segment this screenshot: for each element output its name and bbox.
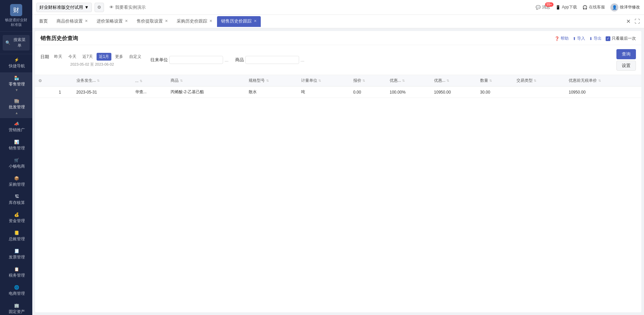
sidebar-item-finance[interactable]: 💰 资金管理 — [0, 209, 32, 227]
close-icon[interactable]: ✕ — [254, 19, 257, 23]
date-last7-btn[interactable]: 近7天 — [80, 53, 95, 61]
sidebar-item-general-ledger[interactable]: 📒 总账管理 — [0, 227, 32, 245]
sort-icon: ⇅ — [318, 79, 321, 82]
export-button[interactable]: ⬇ 导出 — [589, 36, 602, 41]
th-product[interactable]: 商品 ⇅ — [167, 75, 245, 86]
avatar: 👤 — [610, 3, 618, 11]
sidebar-item-purchase-label: 采购管理 — [9, 182, 25, 187]
sidebar-item-sales-label: 销售管理 — [9, 145, 25, 151]
th-extra[interactable]: ... ⇅ — [132, 75, 168, 86]
th-quote[interactable]: 报价 ⇅ — [350, 75, 386, 86]
import-button[interactable]: ⬆ 导入 — [573, 36, 585, 41]
sidebar-item-invoice[interactable]: 🧾 发票管理 — [0, 245, 32, 264]
close-icon[interactable]: ✕ — [209, 19, 212, 23]
sidebar-item-wholesale[interactable]: 🏬 批发管理 ▲ — [0, 95, 32, 118]
sidebar-item-quick-nav[interactable]: ⚡ 快捷导航 — [0, 54, 32, 72]
close-icon[interactable]: ✕ — [165, 19, 168, 23]
edition-selector[interactable]: 好业财标准版交付试用 ▼ — [36, 3, 92, 12]
date-more-btn[interactable]: 更多 — [113, 53, 126, 61]
messages-button[interactable]: 💬 消息 99+ — [536, 4, 550, 10]
close-icon[interactable]: ✕ — [85, 19, 88, 23]
th-unit[interactable]: 计量单位 ⇅ — [298, 75, 350, 86]
date-last1month-btn[interactable]: 近1月 — [97, 53, 112, 61]
sidebar-item-inventory-label: 库存核算 — [9, 200, 25, 206]
question-icon: ❓ — [554, 36, 560, 41]
only-last-checkbox[interactable]: ✓ 只看最后一次 — [606, 36, 636, 41]
quick-nav-label: 快捷导航 — [9, 63, 25, 69]
wholesale-icon: 🏬 — [14, 99, 19, 103]
th-discount1[interactable]: 优惠... ⇅ — [386, 75, 431, 86]
date-filter-group: 日期 昨天 今天 近7天 近1月 更多 自定义 — [40, 53, 144, 61]
th-quantity[interactable]: 数量 ⇅ — [477, 75, 513, 86]
config-button[interactable]: ⚙ — [95, 3, 104, 12]
th-pre-tax-price[interactable]: 优惠前无税单价 ⇅ — [565, 75, 641, 86]
phone-icon: 📱 — [556, 5, 561, 10]
th-business-date[interactable]: 业务发生... ⇅ — [73, 75, 132, 86]
sort-icon: ⇅ — [534, 79, 536, 82]
th-gear[interactable]: ⚙ — [35, 75, 56, 86]
sidebar-item-ecommerce-small[interactable]: 🛒 小畅电商 — [0, 154, 32, 173]
product-input[interactable] — [245, 56, 299, 64]
date-filter-label: 日期 — [40, 54, 49, 60]
tab-home-label: 首页 — [39, 18, 48, 24]
logo-text: 畅捷通好业财标准版 — [5, 18, 27, 27]
sidebar-item-ecommerce-label: 电商管理 — [9, 291, 25, 296]
date-today-btn[interactable]: 今天 — [66, 53, 79, 61]
help-button[interactable]: ❓ 帮助 — [554, 36, 569, 41]
td-discount2: 10950.00 — [431, 86, 477, 98]
user-profile[interactable]: 👤 徐泽华修改 — [610, 3, 640, 11]
sidebar-item-tax-label: 税务管理 — [9, 273, 25, 278]
chevron-down-icon: ▼ — [15, 88, 19, 92]
close-icon[interactable]: ✕ — [125, 19, 128, 23]
sidebar-item-wholesale-label: 批发管理 — [9, 104, 25, 110]
th-transaction-type[interactable]: 交易类型 ⇅ — [513, 75, 565, 86]
sort-icon: ⇅ — [140, 79, 142, 83]
th-seq — [56, 75, 73, 86]
table-header-row: ⚙ 业务发生... ⇅ ... ⇅ 商品 ⇅ — [35, 75, 641, 86]
maximize-button[interactable]: ⛶ — [633, 17, 641, 26]
th-discount2[interactable]: 优惠... ⇅ — [431, 75, 477, 86]
online-service-label: 在线客服 — [589, 4, 605, 10]
th-transaction-type-label: 交易类型 — [516, 78, 533, 83]
headset-icon: 🎧 — [582, 5, 587, 10]
sidebar-item-retail-label: 零售管理 — [9, 81, 25, 87]
tab-purchase-history[interactable]: 采购历史价跟踪 ✕ — [173, 16, 216, 27]
th-quantity-label: 数量 — [480, 78, 488, 83]
th-spec[interactable]: 规格型号 ⇅ — [245, 75, 297, 86]
date-yesterday-btn[interactable]: 昨天 — [52, 53, 65, 61]
tab-price-setting[interactable]: 商品价格设置 ✕ — [52, 16, 92, 27]
source-unit-input[interactable] — [169, 56, 223, 64]
source-unit-filter: 往来单位 ... — [150, 56, 228, 64]
td-gear — [35, 86, 56, 98]
sidebar-item-marketing[interactable]: 📣 营销推广 — [0, 118, 32, 136]
table-row[interactable]: 1 2023-05-31 华查... 丙烯酸-2-乙基己酯 散水 吨 0.00 … — [35, 86, 641, 98]
sidebar-item-retail[interactable]: 🏪 零售管理 ▼ — [0, 72, 32, 95]
tab-home[interactable]: 首页 — [35, 16, 52, 27]
search-menu-button[interactable]: 🔍 搜索菜单 — [3, 35, 30, 50]
close-tab-button[interactable]: ✕ — [625, 17, 632, 26]
app-download-label: App下载 — [562, 4, 577, 10]
query-button[interactable]: 查询 — [616, 49, 636, 59]
product-dots[interactable]: ... — [300, 57, 305, 63]
td-unit: 吨 — [298, 86, 350, 98]
sidebar-item-inventory[interactable]: 🏗 库存核算 — [0, 191, 32, 209]
export-label: 导出 — [594, 36, 602, 41]
invoice-icon: 🧾 — [14, 249, 19, 253]
demo-button[interactable]: 👁 我要看实例演示 — [109, 4, 146, 10]
date-custom-btn[interactable]: 自定义 — [127, 53, 144, 61]
search-icon: 🔍 — [5, 40, 10, 45]
source-unit-dots[interactable]: ... — [224, 57, 228, 63]
setting-button[interactable]: 设置 — [616, 61, 636, 71]
sidebar-item-tax[interactable]: 📋 税务管理 — [0, 264, 32, 282]
sidebar-item-fixed-assets[interactable]: 🏢 固定资产 — [0, 300, 32, 315]
tab-sales-history[interactable]: 销售历史价跟踪 ✕ — [217, 16, 261, 27]
tab-price-extract[interactable]: 售价提取设置 ✕ — [133, 16, 172, 27]
tab-purchase-strategy[interactable]: 进价策略设置 ✕ — [93, 16, 132, 27]
online-service-button[interactable]: 🎧 在线客服 — [582, 4, 605, 10]
sidebar-item-sales[interactable]: 📊 销售管理 — [0, 136, 32, 154]
tab-purchase-strategy-label: 进价策略设置 — [97, 18, 123, 24]
sidebar-item-purchase[interactable]: 📦 采购管理 — [0, 173, 32, 191]
sidebar-item-ecommerce[interactable]: 🌐 电商管理 — [0, 282, 32, 300]
app-download-button[interactable]: 📱 App下载 — [556, 4, 577, 10]
tab-sales-history-label: 销售历史价跟踪 — [221, 18, 252, 24]
